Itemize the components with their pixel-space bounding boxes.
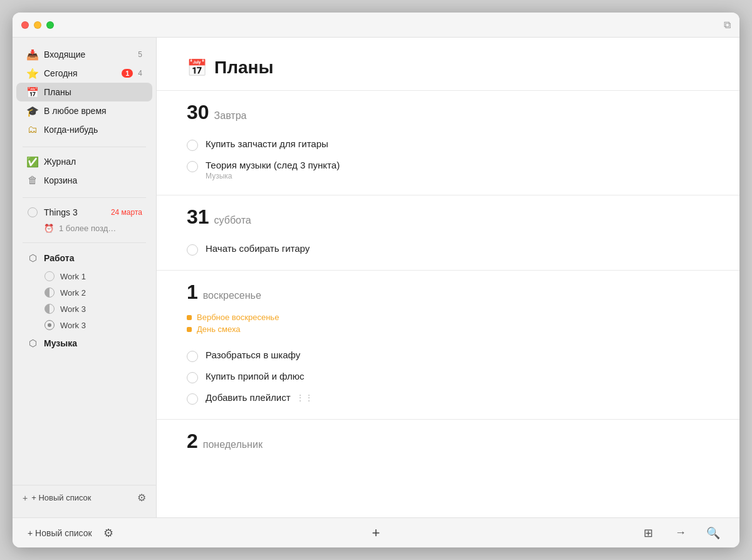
maximize-button[interactable] [46, 21, 54, 29]
navigate-button[interactable]: → [669, 522, 692, 544]
inbox-icon: 📥 [26, 48, 39, 61]
sidebar-divider-3 [23, 242, 146, 243]
sidebar-subitem-work1[interactable]: Work 1 [16, 268, 152, 284]
task-label-t5: Купить припой и флюс [206, 371, 305, 381]
table-row[interactable]: Купить припой и флюс [187, 366, 709, 388]
section-2-day-num: 2 [187, 430, 198, 453]
sidebar-system-section: ✅ Журнал 🗑 Корзина [13, 152, 156, 190]
toolbar-left: + Новый список ⚙ [28, 522, 260, 544]
event-label-e2: День смеха [197, 324, 241, 334]
task-checkbox-t5[interactable] [187, 372, 198, 383]
sidebar-item-trash[interactable]: 🗑 Корзина [16, 171, 152, 190]
section-30-day-name: Завтра [214, 110, 247, 122]
table-row[interactable]: Добавить плейлист ⋮⋮ [187, 388, 709, 409]
logbook-icon: ✅ [26, 155, 39, 168]
bottom-toolbar: + Новый список ⚙ + ⊞ → 🔍 [13, 517, 739, 547]
sidebar-badge-today: 4 [138, 69, 142, 78]
grid-icon: ⊞ [644, 526, 653, 540]
section-1-day-name: воскресенье [203, 290, 261, 301]
section-30-tasks: Купить запчасти для гитары Теория музыки… [157, 129, 739, 195]
sidebar-divider-1 [23, 147, 146, 147]
task-checkbox-t1[interactable] [187, 140, 198, 151]
sidebar-subitem-work3b[interactable]: Work 3 [16, 317, 152, 333]
trash-icon: 🗑 [26, 174, 39, 187]
task-checkbox-t6[interactable] [187, 393, 198, 405]
plus-icon: + [23, 493, 28, 503]
work2-icon [44, 287, 55, 298]
new-list-label: + Новый список [31, 493, 91, 502]
plus-center-icon: + [372, 525, 380, 541]
sidebar-later: ⏰ 1 более позд… [16, 222, 152, 235]
section-31-tasks: Начать собирать гитару [157, 234, 739, 270]
search-button[interactable]: 🔍 [702, 522, 724, 544]
sidebar-item-things3[interactable]: Things 3 24 марта [16, 203, 152, 222]
work3a-icon [44, 303, 55, 314]
grid-view-button[interactable]: ⊞ [637, 522, 659, 544]
task-sublabel-t2: Музыка [206, 172, 340, 180]
task-inline-icon: ⋮⋮ [296, 393, 313, 403]
sidebar-subitem-work1-label: Work 1 [60, 272, 86, 281]
table-row[interactable]: Начать собирать гитару [187, 239, 709, 260]
task-label-t2: Теория музыки (след 3 пункта) [206, 160, 340, 170]
sidebar-subitem-work2-label: Work 2 [60, 288, 86, 298]
sidebar-group-work-label: Работа [44, 253, 74, 263]
sidebar-subitem-work3a-label: Work 3 [60, 304, 86, 314]
task-checkbox-t2[interactable] [187, 161, 198, 172]
minimize-button[interactable] [34, 21, 41, 29]
sidebar-deadline-things3: 24 марта [111, 208, 142, 217]
task-text-t4: Разобраться в шкафу [206, 350, 300, 360]
table-row[interactable]: Теория музыки (след 3 пункта) Музыка [187, 155, 709, 185]
task-checkbox-t4[interactable] [187, 351, 198, 362]
sidebar-badge-red-today: 1 [122, 69, 133, 78]
task-text-t2: Теория музыки (след 3 пункта) Музыка [206, 160, 340, 180]
sidebar-label-someday: Когда-нибудь [44, 125, 142, 135]
sidebar-main-section: 📥 Входящие 5 ⭐ Сегодня 1 4 📅 Планы 🎓 В л… [13, 45, 156, 139]
settings-button[interactable]: ⚙ [137, 492, 146, 504]
sidebar-label-inbox: Входящие [44, 49, 135, 60]
traffic-lights [21, 21, 54, 29]
sidebar-subitem-work3a[interactable]: Work 3 [16, 301, 152, 317]
section-1-day-num: 1 [187, 281, 198, 304]
work-group-icon: ⬡ [26, 252, 39, 264]
main-header-title: Планы [214, 58, 273, 78]
main-content: 📅 Планы 30 Завтра Купить запчасти для ги… [157, 38, 739, 517]
filter-button[interactable]: ⚙ [97, 522, 120, 544]
sidebar-label-anytime: В любое время [44, 106, 142, 116]
section-1-header: 1 воскресенье [157, 270, 739, 309]
sidebar-item-someday[interactable]: 🗂 Когда-нибудь [16, 120, 152, 139]
sidebar-subitem-work2[interactable]: Work 2 [16, 284, 152, 301]
work1-icon [44, 271, 55, 282]
event-item-e1: Вербное воскресенье [187, 311, 709, 323]
new-list-button[interactable]: + + Новый список [23, 493, 130, 503]
section-1-events: Вербное воскресенье День смеха [157, 309, 739, 340]
add-task-button[interactable]: + [365, 522, 387, 544]
section-1-tasks: Разобраться в шкафу Купить припой и флюс… [157, 340, 739, 419]
sidebar-label-plans: Планы [44, 87, 142, 97]
sidebar-item-logbook[interactable]: ✅ Журнал [16, 152, 152, 171]
toolbar-center: + [260, 522, 493, 544]
close-button[interactable] [21, 21, 29, 29]
plans-icon: 📅 [26, 86, 39, 98]
sidebar-item-today[interactable]: ⭐ Сегодня 1 4 [16, 64, 152, 83]
table-row[interactable]: Разобраться в шкафу [187, 345, 709, 366]
sidebar-item-inbox[interactable]: 📥 Входящие 5 [16, 45, 152, 64]
titlebar: ⧉ [13, 13, 739, 38]
table-row[interactable]: Купить запчасти для гитары [187, 134, 709, 155]
sidebar-item-plans[interactable]: 📅 Планы [16, 83, 152, 101]
task-checkbox-t3[interactable] [187, 244, 198, 256]
section-30-day-num: 30 [187, 101, 209, 124]
sidebar-group-music[interactable]: ⬡ Музыка [16, 333, 152, 353]
main-window: ⧉ 📥 Входящие 5 ⭐ Сегодня 1 4 📅 [13, 13, 739, 547]
sidebar-group-work[interactable]: ⬡ Работа [16, 248, 152, 268]
task-label-t3: Начать собирать гитару [206, 243, 310, 254]
new-list-toolbar-label[interactable]: + Новый список [28, 528, 92, 538]
sidebar-divider-2 [23, 197, 146, 198]
sidebar-label-today: Сегодня [44, 68, 122, 78]
sidebar-group-music-label: Музыка [44, 338, 77, 348]
sidebar-label-things3: Things 3 [44, 207, 108, 217]
toolbar-right: ⊞ → 🔍 [492, 522, 724, 544]
main-header: 📅 Планы [157, 38, 739, 90]
sidebar-label-logbook: Журнал [44, 157, 142, 167]
sidebar-badge-inbox: 5 [138, 50, 142, 59]
sidebar-item-anytime[interactable]: 🎓 В любое время [16, 101, 152, 120]
